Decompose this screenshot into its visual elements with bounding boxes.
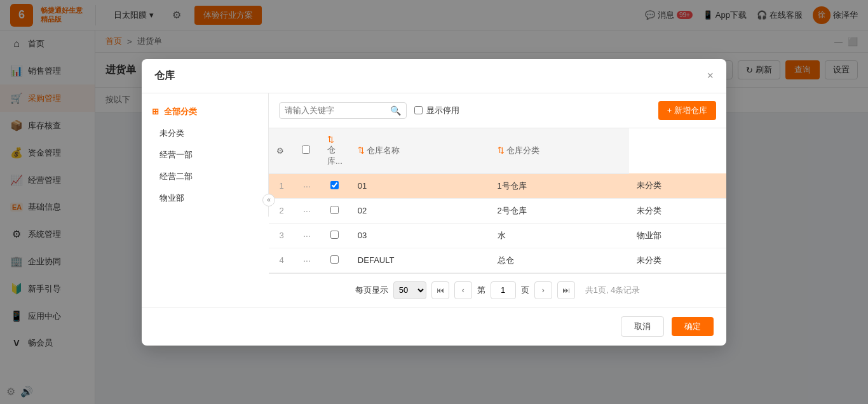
prev-page-button[interactable]: ‹ — [454, 281, 472, 299]
row-checkbox[interactable] — [330, 181, 339, 189]
add-warehouse-button[interactable]: + 新增仓库 — [658, 101, 716, 120]
row-checkbox-cell[interactable] — [320, 173, 350, 198]
row-code: 02 — [350, 198, 490, 223]
row-code: DEFAULT — [350, 248, 490, 273]
row-checkbox-cell[interactable] — [320, 223, 350, 248]
sort-icon: ⇅ — [327, 135, 334, 144]
page-number-input[interactable] — [491, 281, 516, 299]
confirm-button[interactable]: 确定 — [672, 317, 714, 336]
category-item-2[interactable]: 经营二部 — [142, 166, 268, 187]
grid-icon: ⊞ — [152, 107, 159, 116]
collapse-panel-button[interactable]: « — [262, 194, 275, 206]
modal-title: 仓库 — [154, 69, 175, 83]
modal-footer: 取消 确定 — [142, 307, 726, 346]
sort-cat-icon: ⇅ — [498, 145, 505, 155]
col-category[interactable]: ⇅ 仓库分类 — [490, 128, 630, 174]
row-name: 总仓 — [490, 248, 630, 273]
warehouse-modal: 仓库 × ⊞ 全部分类 未分类 经营一部 经营二部 物业部 « — [142, 59, 726, 346]
row-category: 未分类 — [629, 198, 726, 223]
row-checkbox[interactable] — [330, 231, 339, 239]
modal-body: ⊞ 全部分类 未分类 经营一部 经营二部 物业部 « 🔍 — [142, 93, 726, 307]
row-name: 1号仓库 — [490, 173, 630, 198]
row-category: 未分类 — [629, 173, 726, 198]
row-gear[interactable]: ··· — [294, 173, 320, 198]
table-row[interactable]: 3 ··· 03 水 物业部 — [269, 223, 726, 248]
page-label: 第 — [477, 285, 485, 296]
search-icon[interactable]: 🔍 — [390, 105, 401, 116]
first-page-button[interactable]: ⏮ — [431, 281, 449, 299]
category-item-0[interactable]: 未分类 — [142, 123, 268, 144]
row-name: 水 — [490, 223, 630, 248]
table-row[interactable]: 4 ··· DEFAULT 总仓 未分类 — [269, 248, 726, 273]
show-disabled-checkbox[interactable] — [414, 106, 423, 114]
row-category: 物业部 — [629, 223, 726, 248]
toolbar-right: + 新增仓库 — [658, 101, 716, 120]
table-panel: 🔍 显示停用 + 新增仓库 — [269, 93, 726, 307]
col-name[interactable]: ⇅ 仓库名称 — [350, 128, 490, 174]
sort-name-icon: ⇅ — [358, 145, 365, 155]
gear-col-icon: ⚙ — [276, 146, 284, 156]
row-gear[interactable]: ··· — [294, 223, 320, 248]
row-index: 4 — [269, 248, 294, 273]
row-gear[interactable]: ··· — [294, 248, 320, 273]
row-gear[interactable]: ··· — [294, 198, 320, 223]
category-panel-wrapper: ⊞ 全部分类 未分类 经营一部 经营二部 物业部 « — [142, 93, 269, 307]
row-checkbox[interactable] — [330, 255, 339, 264]
row-checkbox-cell[interactable] — [320, 198, 350, 223]
total-records: 共1页, 4条记录 — [585, 285, 641, 296]
row-index: 3 — [269, 223, 294, 248]
table-row[interactable]: 1 ··· 01 1号仓库 未分类 — [269, 173, 726, 198]
modal-header: 仓库 × — [142, 59, 726, 93]
table-row[interactable]: 2 ··· 02 2号仓库 未分类 — [269, 198, 726, 223]
per-page-label: 每页显示 — [355, 285, 388, 296]
warehouse-table: ⚙ ⇅ 仓库... ⇅ — [269, 128, 726, 273]
next-page-button[interactable]: › — [534, 281, 552, 299]
row-category: 未分类 — [629, 248, 726, 273]
modal-overlay: 仓库 × ⊞ 全部分类 未分类 经营一部 经营二部 物业部 « — [0, 0, 868, 404]
row-name: 2号仓库 — [490, 198, 630, 223]
category-panel: ⊞ 全部分类 未分类 经营一部 经营二部 物业部 — [142, 93, 269, 217]
category-all[interactable]: ⊞ 全部分类 — [142, 101, 268, 123]
row-code: 03 — [350, 223, 490, 248]
category-item-1[interactable]: 经营一部 — [142, 144, 268, 166]
last-page-button[interactable]: ⏭ — [557, 281, 575, 299]
row-checkbox[interactable] — [330, 206, 339, 214]
row-checkbox-cell[interactable] — [320, 248, 350, 273]
page-suffix: 页 — [521, 285, 529, 296]
row-code: 01 — [350, 173, 490, 198]
show-disabled-label[interactable]: 显示停用 — [414, 105, 459, 116]
search-box: 🔍 — [279, 102, 407, 119]
table-header-row: ⚙ ⇅ 仓库... ⇅ — [269, 128, 726, 174]
modal-close-button[interactable]: × — [707, 69, 714, 83]
cancel-button[interactable]: 取消 — [621, 316, 664, 337]
search-input[interactable] — [285, 105, 386, 115]
col-gear: ⚙ — [269, 128, 294, 174]
col-code[interactable]: ⇅ 仓库... — [320, 128, 350, 174]
table-toolbar: 🔍 显示停用 + 新增仓库 — [269, 93, 726, 128]
pagination: 每页显示 50 20 100 ⏮ ‹ 第 页 › ⏭ 共1页, 4条记录 — [269, 273, 726, 307]
select-all-checkbox[interactable] — [302, 145, 310, 154]
col-check — [294, 128, 320, 174]
category-item-3[interactable]: 物业部 — [142, 187, 268, 209]
per-page-select[interactable]: 50 20 100 — [393, 281, 426, 299]
